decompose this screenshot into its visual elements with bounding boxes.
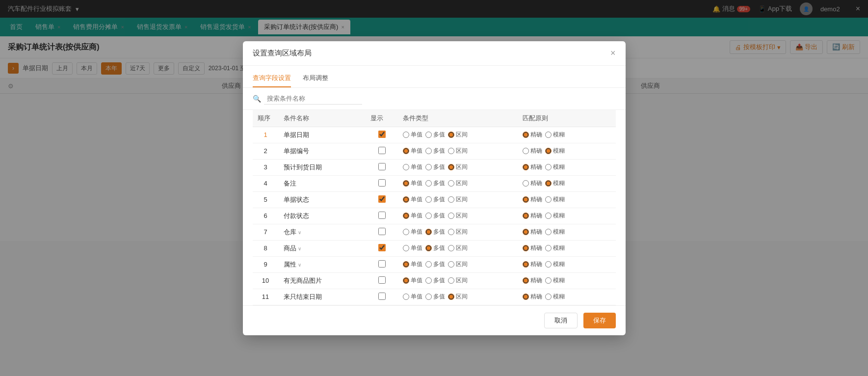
type-radio[interactable] — [403, 196, 409, 203]
match-radio-item[interactable]: 模糊 — [545, 212, 565, 220]
match-radio-item[interactable]: 模糊 — [545, 195, 565, 204]
type-radio[interactable] — [425, 196, 432, 203]
type-radio[interactable] — [425, 148, 432, 154]
type-radio[interactable] — [448, 229, 454, 235]
type-radio[interactable] — [448, 148, 454, 154]
type-radio-item[interactable]: 单值 — [403, 147, 422, 155]
type-radio-item[interactable]: 单值 — [403, 163, 422, 171]
cell-seq: 4 — [253, 175, 279, 191]
match-radio-item[interactable]: 精确 — [523, 212, 542, 220]
type-radio-item[interactable]: 多值 — [425, 179, 445, 188]
match-radio-item[interactable]: 模糊 — [545, 163, 565, 171]
match-radio-item[interactable]: 模糊 — [545, 228, 565, 236]
type-radio-item[interactable]: 区间 — [448, 212, 468, 220]
type-radio-item[interactable]: 区间 — [448, 163, 468, 171]
type-radio[interactable] — [448, 180, 454, 187]
type-radio-item[interactable]: 多值 — [425, 195, 445, 204]
type-radio[interactable] — [403, 180, 409, 187]
match-radio-item[interactable]: 精确 — [523, 195, 542, 204]
type-radio[interactable] — [448, 164, 454, 170]
type-radio-item[interactable]: 区间 — [448, 147, 468, 155]
type-radio[interactable] — [403, 164, 409, 170]
cell-name: 单据编号 — [279, 143, 366, 159]
type-radio-item[interactable]: 单值 — [403, 228, 422, 236]
modal-header: 设置查询区域布局 × — [243, 41, 626, 66]
match-radio[interactable] — [523, 196, 529, 203]
match-radio[interactable] — [523, 213, 529, 219]
type-radio-item[interactable]: 单值 — [403, 131, 422, 139]
type-radio[interactable] — [448, 196, 454, 203]
type-radio-item[interactable]: 多值 — [425, 147, 445, 155]
type-radio[interactable] — [425, 213, 432, 219]
match-radio[interactable] — [545, 213, 552, 219]
match-radio-item[interactable]: 精确 — [523, 163, 542, 171]
type-radio[interactable] — [425, 229, 432, 235]
dropdown-icon[interactable]: ∨ — [298, 230, 301, 235]
type-radio[interactable] — [425, 180, 432, 187]
modal-tab-query-fields[interactable]: 查询字段设置 — [253, 71, 291, 87]
match-radio-item[interactable]: 精确 — [523, 131, 542, 139]
match-radio[interactable] — [523, 180, 529, 187]
type-radio[interactable] — [403, 229, 409, 235]
type-radio-item[interactable]: 区间 — [448, 195, 468, 204]
match-radio-item[interactable]: 模糊 — [545, 147, 565, 155]
type-radio-item[interactable]: 区间 — [448, 179, 468, 188]
type-radio-item[interactable]: 多值 — [425, 163, 445, 171]
cell-name: 商品 ∨ — [279, 240, 366, 241]
cell-name: 备注 — [279, 175, 366, 191]
match-radio[interactable] — [545, 164, 552, 170]
cell-type: 单值多值区间 — [398, 224, 518, 240]
show-checkbox[interactable] — [378, 212, 386, 219]
match-radio[interactable] — [545, 132, 552, 138]
match-radio[interactable] — [523, 164, 529, 170]
type-radio-item[interactable]: 多值 — [425, 131, 445, 139]
match-radio-item[interactable]: 精确 — [523, 179, 542, 188]
show-checkbox[interactable] — [378, 163, 386, 170]
modal-overlay: 设置查询区域布局 × 查询字段设置 布局调整 🔍 顺序 条件名称 — [0, 0, 868, 241]
type-radio[interactable] — [425, 132, 432, 138]
table-header-row: 顺序 条件名称 显示 条件类型 匹配原则 — [253, 110, 616, 127]
table-row: 7仓库 ∨单值多值区间精确模糊 — [253, 224, 616, 240]
cell-seq: 1 — [253, 127, 279, 143]
type-radio-item[interactable]: 单值 — [403, 195, 422, 204]
match-radio[interactable] — [523, 132, 529, 138]
match-radio[interactable] — [545, 148, 552, 154]
match-radio-item[interactable]: 精确 — [523, 228, 542, 236]
show-checkbox[interactable] — [378, 179, 386, 187]
match-radio-item[interactable]: 模糊 — [545, 179, 565, 188]
type-radio[interactable] — [403, 148, 409, 154]
show-checkbox[interactable] — [378, 147, 386, 154]
modal-search-area: 🔍 — [243, 88, 626, 110]
show-checkbox[interactable] — [378, 131, 386, 138]
type-radio-item[interactable]: 单值 — [403, 212, 422, 220]
type-radio-item[interactable]: 区间 — [448, 228, 468, 236]
cell-name: 单据状态 — [279, 191, 366, 208]
type-radio-item[interactable]: 单值 — [403, 179, 422, 188]
type-radio[interactable] — [448, 213, 454, 219]
match-radio[interactable] — [545, 229, 552, 235]
match-radio-item[interactable]: 模糊 — [545, 131, 565, 139]
type-radio[interactable] — [403, 213, 409, 219]
type-radio-item[interactable]: 多值 — [425, 212, 445, 220]
modal-close-button[interactable]: × — [610, 48, 616, 58]
type-radio[interactable] — [448, 132, 454, 138]
match-radio[interactable] — [545, 180, 552, 187]
cell-type: 单值多值区间 — [398, 191, 518, 208]
type-radio[interactable] — [403, 132, 409, 138]
match-radio[interactable] — [523, 148, 529, 154]
type-radio-item[interactable]: 多值 — [425, 228, 445, 236]
table-row: 2单据编号单值多值区间精确模糊 — [253, 143, 616, 159]
cell-show — [366, 175, 398, 191]
match-radio[interactable] — [545, 196, 552, 203]
type-radio-item[interactable]: 区间 — [448, 131, 468, 139]
match-radio-item[interactable]: 精确 — [523, 147, 542, 155]
cell-show — [366, 208, 398, 224]
modal-tab-query-fields-label: 查询字段设置 — [253, 74, 291, 81]
match-radio[interactable] — [523, 229, 529, 235]
type-radio[interactable] — [425, 164, 432, 170]
show-checkbox[interactable] — [378, 195, 386, 203]
cell-match: 精确模糊 — [518, 224, 615, 240]
search-input[interactable] — [264, 93, 362, 105]
modal-tab-layout[interactable]: 布局调整 — [303, 71, 328, 87]
show-checkbox[interactable] — [378, 228, 386, 235]
